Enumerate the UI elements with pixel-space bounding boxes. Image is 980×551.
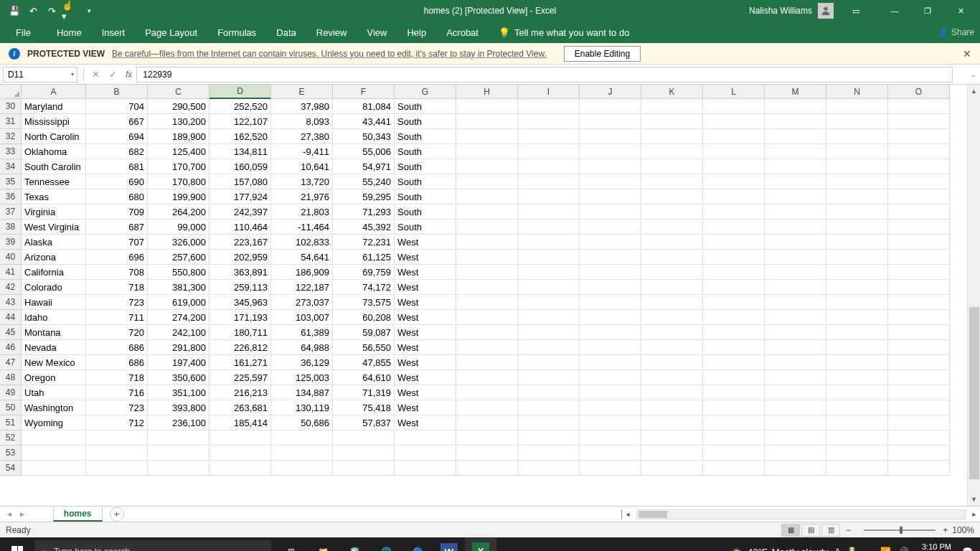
cell[interactable] (518, 265, 580, 280)
cell[interactable] (456, 174, 518, 189)
cell[interactable] (703, 250, 765, 265)
cell[interactable] (580, 235, 641, 250)
cell[interactable]: 47,855 (333, 355, 395, 370)
cell[interactable] (826, 114, 888, 129)
cell[interactable]: South (395, 204, 456, 220)
cell[interactable] (888, 159, 950, 174)
column-header-N[interactable]: N (826, 85, 888, 99)
cell[interactable]: 157,080 (209, 174, 271, 189)
cell[interactable] (456, 280, 518, 295)
cell[interactable]: South (395, 99, 456, 114)
cell[interactable] (826, 204, 888, 220)
cell[interactable] (703, 295, 765, 310)
cell[interactable]: Oregon (22, 370, 86, 385)
cell[interactable] (703, 280, 765, 295)
cell[interactable] (703, 114, 765, 129)
cell[interactable] (641, 235, 703, 250)
cell[interactable] (703, 204, 765, 220)
onedrive-icon[interactable]: ☁ (864, 547, 873, 551)
cell[interactable] (580, 430, 641, 446)
cell[interactable] (888, 400, 950, 415)
cell[interactable]: 75,418 (333, 400, 395, 415)
column-header-O[interactable]: O (888, 85, 950, 99)
cell[interactable] (580, 400, 641, 415)
cell[interactable] (765, 430, 826, 446)
fx-icon[interactable]: fx (121, 70, 136, 80)
cell[interactable] (826, 220, 888, 235)
cell[interactable] (765, 250, 826, 265)
clock[interactable]: 3:10 PM 2/18/2022 (916, 542, 951, 551)
tab-help[interactable]: Help (397, 22, 436, 43)
cell[interactable] (580, 159, 641, 174)
cell[interactable]: 550,800 (148, 265, 209, 280)
cell[interactable] (703, 220, 765, 235)
cell[interactable]: West (395, 265, 456, 280)
cell[interactable] (518, 295, 580, 310)
cell[interactable]: 36,129 (271, 355, 333, 370)
cell[interactable] (456, 114, 518, 129)
cells-area[interactable]: Maryland704290,500252,52037,98081,084Sou… (22, 99, 950, 476)
row-header[interactable]: 39 (0, 235, 22, 250)
cell[interactable] (765, 204, 826, 220)
row-header[interactable]: 37 (0, 204, 22, 220)
cell[interactable]: 264,200 (148, 204, 209, 220)
minimize-button[interactable]: — (878, 0, 911, 22)
cell[interactable]: 185,414 (209, 415, 271, 430)
cell[interactable]: 723 (86, 295, 148, 310)
cell[interactable] (826, 446, 888, 461)
add-sheet-button[interactable]: + (110, 507, 124, 522)
cell[interactable]: South (395, 114, 456, 129)
column-header-G[interactable]: G (395, 85, 456, 99)
cell[interactable]: -9,411 (271, 144, 333, 159)
row-header[interactable]: 49 (0, 385, 22, 400)
cell[interactable] (641, 325, 703, 340)
cell[interactable]: West (395, 325, 456, 340)
cell[interactable]: 202,959 (209, 250, 271, 265)
cell[interactable]: 712 (86, 415, 148, 430)
cell[interactable]: 216,213 (209, 385, 271, 400)
cell[interactable]: South (395, 129, 456, 144)
cell[interactable] (580, 340, 641, 355)
undo-icon[interactable]: ↶ (24, 2, 42, 19)
cell[interactable] (518, 129, 580, 144)
cell[interactable] (456, 446, 518, 461)
cell[interactable] (333, 446, 395, 461)
cell[interactable] (580, 415, 641, 430)
cell[interactable]: 55,006 (333, 144, 395, 159)
cell[interactable]: 290,500 (148, 99, 209, 114)
cell[interactable]: 130,200 (148, 114, 209, 129)
cell[interactable] (518, 204, 580, 220)
cell[interactable]: 54,971 (333, 159, 395, 174)
cell[interactable] (518, 159, 580, 174)
cell[interactable] (765, 400, 826, 415)
cell[interactable] (765, 129, 826, 144)
row-header[interactable]: 42 (0, 280, 22, 295)
cell[interactable] (456, 99, 518, 114)
cell[interactable]: West (395, 295, 456, 310)
formula-input[interactable]: 122939 (136, 67, 953, 83)
cell[interactable] (518, 280, 580, 295)
cell[interactable]: West (395, 415, 456, 430)
cell[interactable]: 274,200 (148, 310, 209, 325)
cell[interactable]: Arizona (22, 250, 86, 265)
volume-icon[interactable]: 🔊 (898, 547, 909, 551)
sheet-nav[interactable]: ◄► (0, 510, 32, 518)
column-header-F[interactable]: F (333, 85, 395, 99)
cell[interactable] (826, 159, 888, 174)
cell[interactable] (456, 461, 518, 476)
cell[interactable]: 180,711 (209, 325, 271, 340)
cell[interactable]: 704 (86, 99, 148, 114)
cell[interactable]: 716 (86, 385, 148, 400)
wifi-icon[interactable]: 📶 (880, 547, 891, 551)
scroll-thumb[interactable] (969, 307, 979, 479)
cell[interactable] (826, 355, 888, 370)
cell[interactable]: West (395, 310, 456, 325)
cell[interactable] (703, 415, 765, 430)
battery-icon[interactable]: 🔋 (847, 547, 857, 551)
cell[interactable]: 71,319 (333, 385, 395, 400)
cell[interactable]: Tennessee (22, 174, 86, 189)
cell[interactable]: 686 (86, 340, 148, 355)
cell[interactable]: 326,000 (148, 235, 209, 250)
cell[interactable]: 60,208 (333, 310, 395, 325)
cell[interactable] (641, 204, 703, 220)
